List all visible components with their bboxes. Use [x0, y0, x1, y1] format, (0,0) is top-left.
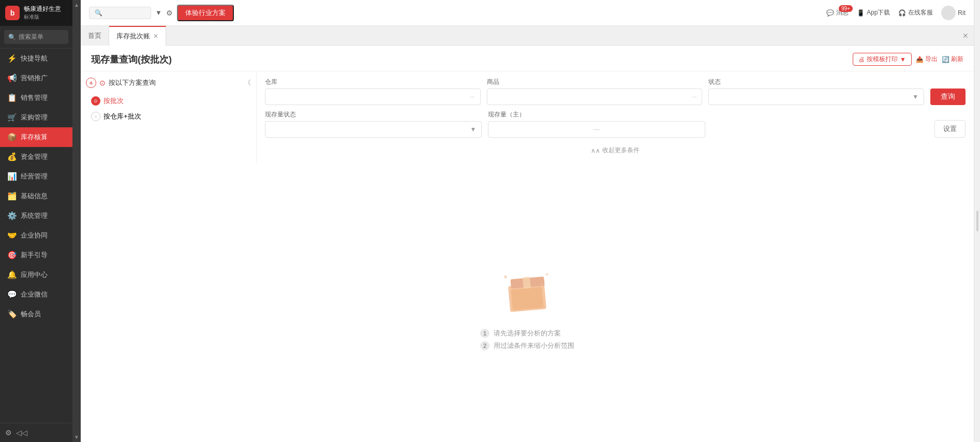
scroll-down-arrow[interactable]: ▼	[74, 434, 79, 440]
avatar	[941, 6, 956, 20]
sidebar-item-quick-nav[interactable]: ⚡ 快捷导航	[0, 49, 72, 68]
topbar-left: 🔍 ▼ ⚙ 体验行业方案	[89, 5, 821, 21]
search-box-icon: 🔍	[95, 9, 102, 17]
quick-nav-icon: ⚡	[7, 54, 17, 63]
basic-icon: 🗂️	[7, 191, 17, 201]
scroll-handle-bar	[976, 211, 978, 231]
page-content: 现存量查询(按批次) 🖨 按模板打印 ▼ 📤 导出 🔄 刷新	[81, 46, 974, 442]
online-service-label: 在线客服	[908, 8, 933, 17]
sidebar-item-app-center[interactable]: 🔔 应用中心	[0, 265, 72, 285]
sidebar-item-marketing[interactable]: 📢 营销推广	[0, 68, 72, 88]
scroll-up-arrow[interactable]: ▲	[74, 2, 79, 8]
sidebar-item-finance[interactable]: 💰 资金管理	[0, 147, 72, 167]
sidebar-title: 畅康通好生意	[24, 5, 61, 13]
collapse-sidebar-icon[interactable]: ◁◁	[16, 429, 27, 437]
tab-bar-close-button[interactable]: ✕	[962, 32, 974, 40]
inventory-status-select[interactable]: ▼	[265, 121, 482, 138]
scheme-panel-label: 按以下方案查询	[109, 78, 156, 87]
scheme-active-icon: ⊙	[91, 96, 100, 106]
warehouse-more-icon[interactable]: ···	[470, 94, 475, 100]
export-button[interactable]: 📤 导出	[916, 55, 938, 64]
empty-svg	[496, 256, 558, 318]
scheme-panel-header: + ⊙ 按以下方案查询 《	[86, 78, 251, 88]
finance-icon: 💰	[7, 152, 17, 161]
main-area: 🔍 ▼ ⚙ 体验行业方案 💬 消息 99+ 📱 App下载 🎧 在线客服 Ri	[81, 0, 974, 442]
hint-text-2: 用过滤条件来缩小分析范围	[494, 341, 574, 350]
warehouse-label: 仓库	[265, 78, 481, 86]
sidebar-item-enterprise[interactable]: 🤝 企业协同	[0, 226, 72, 245]
tab-close-icon[interactable]: ✕	[153, 33, 158, 40]
scheme-collapse-icon[interactable]: 《	[244, 78, 251, 87]
svg-rect-2	[511, 287, 543, 310]
sidebar-search-box[interactable]: 🔍 搜索菜单	[4, 30, 68, 44]
product-field: 商品 ···	[487, 78, 703, 105]
scheme-item-batch[interactable]: ⊙ 按批次	[86, 93, 251, 109]
page-title: 现存量查询(按批次)	[91, 53, 172, 66]
sidebar-item-sales[interactable]: 📋 销售管理	[0, 88, 72, 108]
members-icon: 🏷️	[7, 310, 17, 319]
settings-footer-icon[interactable]: ⚙	[5, 429, 12, 437]
sidebar-item-operations[interactable]: 📊 经营管理	[0, 167, 72, 186]
printer-icon: 🖨	[858, 56, 865, 63]
sidebar-item-enterprise-wx[interactable]: 💬 企业微信	[0, 285, 72, 304]
page-actions: 🖨 按模板打印 ▼ 📤 导出 🔄 刷新	[853, 53, 963, 66]
search-icon: 🔍	[8, 34, 16, 41]
newbie-icon: 🎯	[7, 251, 17, 260]
hint-num-2: 2	[480, 341, 489, 350]
sidebar-brand: 畅康通好生意 标准版	[24, 5, 61, 21]
sidebar-item-basic[interactable]: 🗂️ 基础信息	[0, 186, 72, 206]
tab-inventory-batch-label: 库存批次账	[116, 32, 150, 41]
product-more-icon[interactable]: ···	[692, 94, 696, 100]
sidebar-item-label: 库存核算	[21, 132, 48, 142]
sidebar-scroll-track: ▲ ▼	[72, 0, 81, 442]
warehouse-input[interactable]: ···	[265, 89, 481, 105]
settings-button[interactable]: 设置	[934, 120, 966, 138]
sidebar-item-label: 销售管理	[21, 93, 48, 102]
add-scheme-button[interactable]: +	[86, 78, 96, 88]
sidebar-item-members[interactable]: 🏷️ 畅会员	[0, 304, 72, 324]
right-scroll-handle[interactable]	[974, 0, 980, 442]
inventory-icon: 📦	[7, 132, 17, 142]
scheme-settings-icon[interactable]: ⊙	[99, 79, 106, 87]
product-label: 商品	[487, 78, 703, 86]
product-input[interactable]: ···	[487, 89, 703, 105]
inventory-qty-range[interactable]: —	[488, 121, 705, 138]
print-dropdown-icon[interactable]: ▼	[900, 56, 906, 63]
status-select[interactable]: ▼	[708, 89, 924, 105]
chevron-up-icon: ∧∧	[591, 147, 600, 154]
empty-hints: 1 请先选择要分析的方案 2 用过滤条件来缩小分析范围	[480, 329, 574, 350]
user-profile[interactable]: Rit	[941, 6, 966, 20]
sidebar-item-label: 应用中心	[21, 270, 48, 279]
sidebar-subtitle: 标准版	[24, 13, 61, 21]
sidebar-item-label: 快捷导航	[21, 54, 48, 63]
tab-inventory-batch[interactable]: 库存批次账 ✕	[109, 26, 166, 46]
empty-illustration	[496, 256, 558, 318]
sidebar-item-system[interactable]: ⚙️ 系统管理	[0, 206, 72, 226]
status-field: 状态 ▼	[708, 78, 924, 105]
inventory-status-label: 现存量状态	[265, 110, 482, 119]
enterprise-icon: 🤝	[7, 231, 17, 240]
topbar-gear-icon[interactable]: ⚙	[166, 9, 173, 17]
messages-button[interactable]: 💬 消息 99+	[826, 8, 849, 17]
topbar-search-box[interactable]: 🔍	[89, 7, 151, 19]
app-download-button[interactable]: 📱 App下载	[857, 8, 890, 17]
topbar-dropdown-icon[interactable]: ▼	[155, 9, 162, 17]
trial-button[interactable]: 体验行业方案	[177, 5, 234, 21]
scheme-item-warehouse-batch[interactable]: ○ 按仓库+批次	[86, 109, 251, 124]
online-service-button[interactable]: 🎧 在线客服	[898, 8, 933, 17]
sidebar-search-area[interactable]: 🔍 搜索菜单	[0, 26, 72, 49]
topbar: 🔍 ▼ ⚙ 体验行业方案 💬 消息 99+ 📱 App下载 🎧 在线客服 Ri	[81, 0, 974, 26]
refresh-button[interactable]: 🔄 刷新	[942, 55, 963, 64]
print-button[interactable]: 🖨 按模板打印 ▼	[853, 53, 912, 66]
app-download-label: App下载	[867, 8, 890, 17]
collapse-more-button[interactable]: ∧∧ 收起更多条件	[265, 143, 966, 158]
svg-point-5	[546, 273, 548, 275]
app-logo: b	[5, 6, 20, 20]
status-dropdown-icon: ▼	[912, 93, 918, 100]
app-download-icon: 📱	[857, 9, 865, 17]
query-button[interactable]: 查询	[930, 89, 966, 105]
sidebar-item-purchase[interactable]: 🛒 采购管理	[0, 108, 72, 127]
sidebar-item-inventory[interactable]: 📦 库存核算	[0, 127, 72, 147]
sidebar-item-newbie[interactable]: 🎯 新手引导	[0, 245, 72, 265]
tab-home[interactable]: 首页	[81, 26, 109, 46]
